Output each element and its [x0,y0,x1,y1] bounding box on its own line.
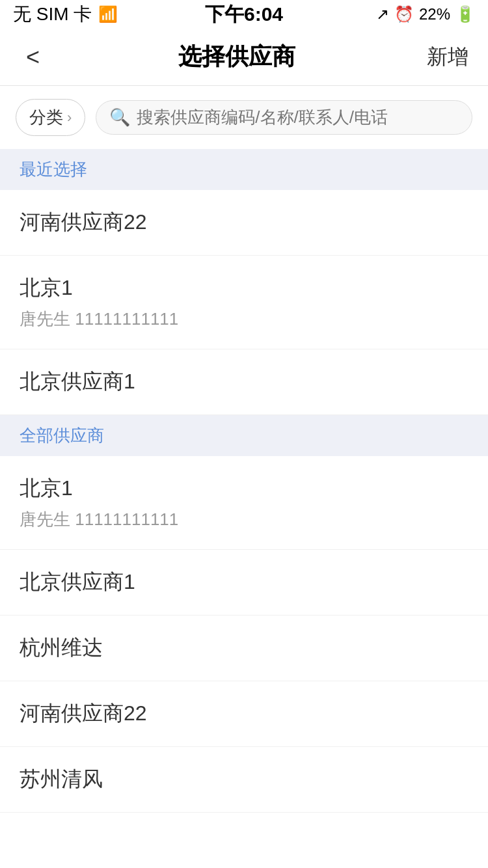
all-section-label: 全部供应商 [20,426,104,445]
list-item[interactable]: 苏州清风 [0,747,488,813]
status-time: 下午6:04 [205,1,283,28]
alarm-icon: ⏰ [394,5,414,23]
item-contact: 唐先生 11111111111 [20,508,468,531]
list-item[interactable]: 河南供应商22 [0,190,488,256]
item-name: 北京1 [20,474,468,503]
back-button[interactable]: < [20,37,46,77]
list-item[interactable]: 北京1 唐先生 11111111111 [0,256,488,349]
new-action-button[interactable]: 新增 [427,43,468,72]
battery-text: 22% [419,5,450,23]
filter-bar: 分类 › 🔍 [0,86,488,149]
item-contact: 唐先生 11111111111 [20,308,468,331]
list-item[interactable]: 河南供应商22 [0,681,488,747]
item-name: 杭州维达 [20,634,468,662]
status-left: 无 SIM 卡 📶 [13,2,118,27]
nav-bar: < 选择供应商 新增 [0,29,488,86]
item-name: 河南供应商22 [20,699,468,728]
search-input[interactable] [137,107,459,128]
recent-list: 河南供应商22 北京1 唐先生 11111111111 北京供应商1 [0,190,488,415]
carrier-text: 无 SIM 卡 [13,2,92,27]
all-list: 北京1 唐先生 11111111111 北京供应商1 杭州维达 河南供应商22 … [0,456,488,813]
search-icon: 🔍 [109,107,130,128]
page-title: 选择供应商 [178,41,295,73]
battery-icon: 🔋 [455,5,475,23]
location-icon: ↗ [376,5,389,23]
status-bar: 无 SIM 卡 📶 下午6:04 ↗ ⏰ 22% 🔋 [0,0,488,29]
item-name: 北京供应商1 [20,368,468,396]
back-chevron: < [26,44,40,70]
status-right: ↗ ⏰ 22% 🔋 [376,5,475,23]
item-name: 河南供应商22 [20,208,468,237]
list-item[interactable]: 北京供应商1 [0,550,488,616]
search-box[interactable]: 🔍 [96,100,472,135]
recent-section-label: 最近选择 [20,159,87,179]
list-item[interactable]: 北京供应商1 [0,349,488,415]
category-label: 分类 [29,106,63,129]
recent-section-header: 最近选择 [0,149,488,190]
chevron-right-icon: › [67,109,72,126]
list-item[interactable]: 北京1 唐先生 11111111111 [0,456,488,550]
item-name: 北京1 [20,274,468,303]
item-name: 北京供应商1 [20,568,468,597]
category-button[interactable]: 分类 › [16,99,85,136]
wifi-icon: 📶 [98,5,118,23]
all-section-header: 全部供应商 [0,415,488,456]
item-name: 苏州清风 [20,765,468,794]
list-item[interactable]: 杭州维达 [0,616,488,681]
